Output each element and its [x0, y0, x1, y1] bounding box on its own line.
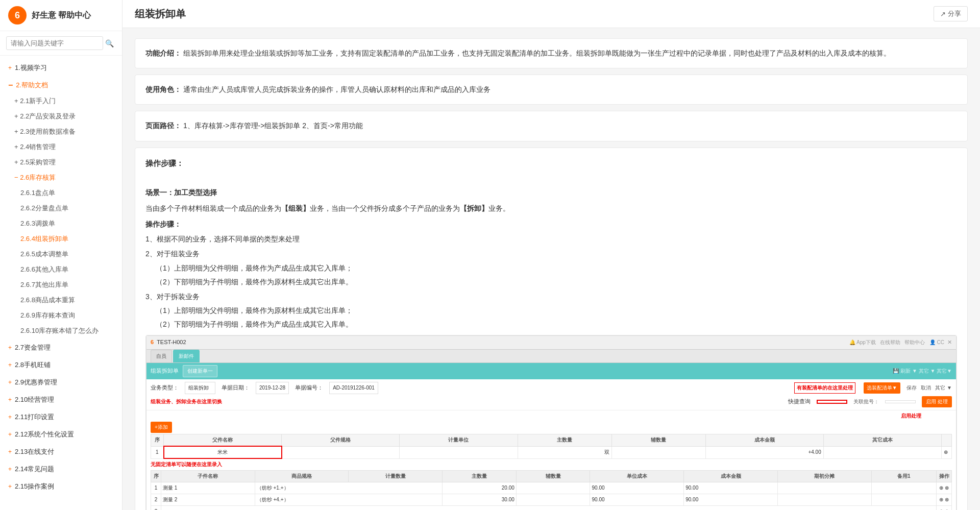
table-add-btn[interactable]: +添加	[151, 422, 172, 433]
expand-icon-2-13: +	[8, 448, 12, 455]
child-spare1[interactable]	[871, 482, 936, 494]
parent-spec[interactable]	[282, 446, 400, 458]
child-cost2[interactable]: 90.00	[684, 494, 778, 506]
app-close-icon[interactable]: ✕	[947, 337, 952, 348]
sidebar-item-2-12[interactable]: + 2.12系统个性化设置	[0, 426, 122, 443]
sidebar-item-2-8[interactable]: + 2.8手机旺铺	[0, 357, 122, 373]
sidebar-item-2-15[interactable]: + 2.15操作案例	[0, 478, 122, 495]
annotation-switch: 组装业务、拆卸业务在这里切换	[151, 397, 222, 406]
sidebar-item-2-10[interactable]: + 2.10经营管理	[0, 392, 122, 408]
sidebar-item-2-14[interactable]: + 2.14常见问题	[0, 461, 122, 477]
sidebar-item-2-6-8[interactable]: 2.6.8商品成本重算	[0, 293, 122, 308]
parent-cost[interactable]: +4.00	[705, 446, 823, 458]
expand-icon-2-7: +	[8, 344, 12, 351]
share-label: 分享	[948, 9, 961, 18]
sidebar-item-2-6-3[interactable]: 2.6.3调拨单	[0, 216, 122, 231]
toolbar-label: 组装拆卸单	[151, 366, 179, 376]
parent-main-qty[interactable]: 双	[518, 446, 611, 458]
child-aux1[interactable]	[516, 482, 590, 494]
child-alloc1[interactable]	[777, 482, 871, 494]
nav-section-2-14: + 2.14常见问题	[0, 461, 122, 477]
sidebar-item-2-6-1[interactable]: 2.6.1盘点单	[0, 185, 122, 201]
parent-op[interactable]: ⊕	[942, 446, 952, 458]
sidebar-item-2-4[interactable]: + 2.4销售管理	[0, 139, 122, 155]
sidebar-item-2-13[interactable]: + 2.13在线支付	[0, 444, 122, 460]
sidebar-item-2-6[interactable]: − 2.6库存核算	[0, 170, 122, 185]
th-init-alloc: 期初分摊	[777, 471, 871, 482]
scene1-step1: 1、根据不同的业务，选择不同单据的类型来处理	[145, 233, 957, 246]
sidebar-item-2-6-5[interactable]: 2.6.5成本调整单	[0, 247, 122, 262]
child-cost1[interactable]: 90.00	[684, 482, 778, 494]
path-content: 1、库存核算->库存管理->组装拆卸单 2、首页->常用功能	[183, 122, 363, 130]
th-cost-amt2: 成本金额	[684, 471, 778, 482]
child-qty1[interactable]: 20.00	[443, 482, 517, 494]
search-input[interactable]	[6, 36, 103, 50]
child-spec-1[interactable]: （纺纱 +1.+）	[255, 482, 442, 494]
sidebar-nav: + 1.视频学习 − 2.帮助文档 + 2.1新手入门 + 2.2产品安装及登录	[0, 56, 122, 510]
sidebar-item-2-6-9[interactable]: 2.6.9库存账本查询	[0, 308, 122, 323]
sidebar-item-2-6-10[interactable]: 2.6.10库存账本错了怎么办	[0, 323, 122, 338]
child-aux2[interactable]	[516, 494, 590, 506]
app-company-name: TEST-H002	[157, 337, 186, 348]
sidebar-item-2-6-2[interactable]: 2.6.2分量盘点单	[0, 201, 122, 216]
th-unit: 计量单位	[400, 434, 518, 447]
parent-unit[interactable]	[400, 446, 518, 458]
create-new-btn[interactable]: 创建新单一	[183, 365, 217, 377]
main-content: 组装拆卸单 ↗ 分享 功能介绍： 组装拆卸单用来处理企业组装或拆卸等加工业务，支…	[122, 0, 980, 510]
role-text: 使用角色： 通常由生产人员或库管人员完成拆装业务的操作，库管人员确认原材料的出库…	[145, 83, 957, 96]
form-batch-input[interactable]	[885, 400, 916, 403]
process-btn[interactable]: 启用 处理	[922, 396, 952, 407]
mock-screenshot: 6 TEST-H002 🔔 App下载 在线帮助 帮助中心 👤 CC ✕ 自员 …	[146, 335, 957, 510]
steps-heading: 操作步骤：	[145, 156, 957, 170]
form-date-value[interactable]: 2019-12-28	[256, 382, 289, 394]
sidebar-item-label-video: 1.视频学习	[15, 63, 47, 72]
child-name-2[interactable]: 测量 2	[161, 494, 255, 506]
child-spare2[interactable]	[871, 494, 936, 506]
sidebar-item-2-6-4[interactable]: 2.6.4组装拆卸单	[0, 231, 122, 247]
th-cost-amount: 成本金额	[705, 434, 823, 447]
sidebar-item-2-3[interactable]: + 2.3使用前数据准备	[0, 124, 122, 139]
sidebar-item-2-6-6[interactable]: 2.6.6其他入库单	[0, 262, 122, 277]
row3-op[interactable]: ⊕ ⊗	[937, 506, 952, 510]
th-child-name: 子件名称	[161, 471, 255, 482]
plus-icon-2-4: +	[14, 143, 20, 151]
form-type-value[interactable]: 组装拆卸	[185, 382, 215, 394]
sidebar-item-2-6-7[interactable]: 2.6.7其他出库单	[0, 277, 122, 293]
sidebar-item-2-11[interactable]: + 2.11打印设置	[0, 409, 122, 425]
child-unit-cost1[interactable]: 90.00	[590, 482, 684, 494]
tab-home[interactable]: 自员	[151, 350, 172, 362]
form-type-label: 业务类型：	[151, 383, 179, 393]
sidebar-item-2-7[interactable]: + 2.7资金管理	[0, 339, 122, 356]
assembly-list-btn[interactable]: 选装配清单▼	[864, 382, 900, 394]
search-button[interactable]: 🔍	[103, 39, 116, 47]
th-parent-name: 父件名称	[164, 434, 282, 447]
child-unit-cost2[interactable]: 90.00	[590, 494, 684, 506]
share-button[interactable]: ↗ 分享	[934, 6, 968, 21]
intro-label: 功能介绍：	[145, 49, 181, 57]
sidebar-item-video[interactable]: + 1.视频学习	[0, 60, 122, 76]
parent-name-input[interactable]: 米米	[164, 446, 282, 458]
sidebar-header: 6 好生意 帮助中心	[0, 0, 122, 31]
form-no-label: 单据编号：	[295, 383, 323, 393]
child-alloc2[interactable]	[777, 494, 871, 506]
sidebar-item-2-1[interactable]: + 2.1新手入门	[0, 93, 122, 109]
sidebar-item-2-9[interactable]: + 2.9优惠券管理	[0, 374, 122, 391]
form-no-value[interactable]: AD-20191226-001	[329, 382, 378, 394]
tab-newmail[interactable]: 新邮件	[173, 350, 200, 362]
annotation-assembly: 有装配清单的在这里处理	[794, 382, 855, 394]
child-qty2[interactable]: 30.00	[443, 494, 517, 506]
plus-icon-2-3: +	[14, 128, 20, 135]
search-box: 🔍	[0, 31, 122, 56]
sidebar-item-2-2[interactable]: + 2.2产品安装及登录	[0, 109, 122, 124]
child-name-1[interactable]: 测量 1	[161, 482, 255, 494]
parent-aux-qty[interactable]	[611, 446, 705, 458]
child-spec-2[interactable]: （纺纱 +4.+）	[255, 494, 442, 506]
parent-other-cost[interactable]	[823, 446, 941, 458]
page-title: 组装拆卸单	[135, 7, 186, 21]
child-op2[interactable]: ⊕ ⊗	[937, 494, 952, 506]
sidebar-item-2-5[interactable]: + 2.5采购管理	[0, 155, 122, 170]
child-op1[interactable]: ⊕ ⊗	[937, 482, 952, 494]
sidebar-item-help[interactable]: − 2.帮助文档	[0, 77, 122, 93]
expand-icon-video: +	[8, 64, 12, 71]
form-search-input[interactable]	[817, 400, 847, 404]
